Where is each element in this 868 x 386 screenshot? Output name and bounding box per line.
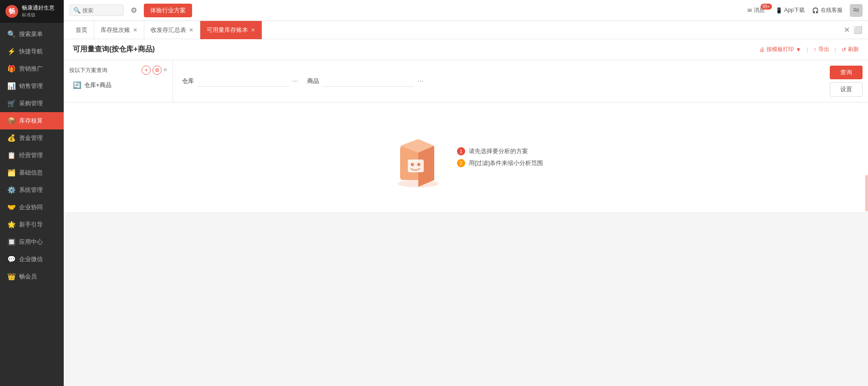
scheme-item-icon: 🔄 [73, 81, 81, 89]
tab-receipt-summary[interactable]: 收发存汇总表✕ [144, 21, 200, 39]
sidebar-item-label-app-center: 应用中心 [19, 238, 43, 246]
app-download-button[interactable]: 📱 App下载 [776, 6, 805, 14]
sidebar-item-system[interactable]: ⚙️ 系统管理 [0, 181, 64, 199]
empty-state: 1 请先选择要分析的方案 2 用[过滤]条件来缩小分析范围 [64, 103, 868, 212]
enterprise-collab-icon: 🤝 [7, 203, 15, 211]
sidebar: 畅 畅康通好生意 标准版 🔍 搜索菜单 ⚡ 快捷导航 🎁 营销推广 📊 销售管理… [0, 0, 64, 386]
message-button[interactable]: ✉ 消息 99+ [747, 6, 768, 14]
query-section: 按以下方案查询 + ⚙ « 🔄 仓库+商品 仓库 ··· [64, 60, 868, 103]
sidebar-item-label-enterprise-wechat: 企业微信 [19, 255, 43, 263]
refresh-button[interactable]: ↺ 刷新 [842, 46, 859, 53]
query-scheme-header: 按以下方案查询 + ⚙ « [69, 66, 167, 75]
basic-info-icon: 🗂️ [7, 169, 15, 177]
print-template-button[interactable]: 🖨 按模板打印 ▼ [759, 46, 801, 53]
sidebar-item-inventory[interactable]: 📦 库存核算 [0, 112, 64, 129]
message-icon: ✉ [747, 7, 752, 14]
export-icon: ↑ [814, 46, 817, 53]
sidebar-nav: 🔍 搜索菜单 ⚡ 快捷导航 🎁 营销推广 📊 销售管理 🛒 采购管理 📦 库存核… [0, 23, 64, 386]
tab-close-receipt-summary[interactable]: ✕ [189, 27, 193, 33]
collapse-icon[interactable]: « [163, 66, 167, 75]
scheme-actions: + ⚙ « [142, 66, 167, 75]
export-button[interactable]: ↑ 导出 [814, 46, 829, 53]
search-icon: 🔍 [7, 30, 15, 38]
chevron-down-icon: ▼ [796, 46, 801, 53]
add-scheme-button[interactable]: + [142, 66, 151, 75]
chang-member-icon: 👑 [7, 273, 15, 281]
search-input[interactable] [82, 7, 119, 14]
sidebar-version: 标准版 [22, 12, 55, 18]
main-area: 🔍 ⚙ 体验行业方案 ✉ 消息 99+ 📱 App下载 🎧 在线客服 Rit [64, 0, 868, 386]
sidebar-logo: 畅 [5, 5, 18, 18]
warehouse-filter-input[interactable] [198, 76, 289, 87]
page-header-actions: 🖨 按模板打印 ▼ | ↑ 导出 | ↺ 刷新 [759, 46, 859, 53]
sidebar-item-sales[interactable]: 📊 销售管理 [0, 77, 64, 95]
query-button[interactable]: 查询 [830, 66, 863, 79]
sidebar-item-finance[interactable]: 💰 资金管理 [0, 129, 64, 147]
finance-icon: 💰 [7, 134, 15, 142]
sidebar-item-basic-info[interactable]: 🗂️ 基础信息 [0, 164, 64, 181]
tab-label-home: 首页 [76, 26, 87, 34]
product-more-icon[interactable]: ··· [417, 77, 423, 85]
enterprise-wechat-icon: 💬 [7, 255, 15, 263]
refresh-icon: ↺ [842, 46, 846, 53]
sidebar-item-search[interactable]: 🔍 搜索菜单 [0, 26, 64, 43]
sidebar-item-label-enterprise-collab: 企业协同 [19, 203, 43, 211]
inventory-icon: 📦 [7, 117, 15, 125]
svg-point-6 [417, 163, 420, 166]
purchase-icon: 🛒 [7, 99, 15, 108]
app-center-icon: 🔲 [7, 238, 15, 246]
tab-close-available-ledger[interactable]: ✕ [251, 27, 255, 33]
marketing-promo-icon: 🎁 [7, 65, 15, 73]
sidebar-item-label-search: 搜索菜单 [19, 30, 43, 38]
edit-scheme-button[interactable]: ⚙ [152, 66, 162, 75]
sidebar-item-label-finance: 资金管理 [19, 134, 43, 142]
operations-icon: 📋 [7, 151, 15, 160]
query-action-buttons: 查询 设置 [824, 60, 868, 102]
sidebar-item-label-basic-info: 基础信息 [19, 169, 43, 177]
sidebar-item-label-new-guide: 新手引导 [19, 221, 43, 229]
tab-available-ledger[interactable]: 可用量库存账本✕ [200, 21, 262, 39]
query-filters: 仓库 ··· 商品 ··· [173, 60, 824, 102]
sidebar-item-chang-member[interactable]: 👑 畅会员 [0, 268, 64, 285]
sidebar-item-operations[interactable]: 📋 经营管理 [0, 147, 64, 164]
warehouse-more-icon[interactable]: ··· [292, 77, 298, 85]
sidebar-item-label-chang-member: 畅会员 [19, 273, 37, 281]
trial-industry-button[interactable]: 体验行业方案 [144, 4, 192, 17]
tab-batch-account[interactable]: 库存批次账✕ [94, 21, 144, 39]
sidebar-item-enterprise-wechat[interactable]: 💬 企业微信 [0, 251, 64, 268]
warehouse-filter-group: 仓库 ··· [182, 76, 298, 87]
close-tab-button[interactable]: ✕ [844, 26, 850, 34]
scheme-header-label: 按以下方案查询 [69, 67, 107, 74]
user-profile-button[interactable]: Rit [850, 4, 863, 17]
expand-button[interactable]: ⬜ [853, 26, 863, 34]
product-filter-input[interactable] [323, 76, 414, 87]
tab-close-batch-account[interactable]: ✕ [133, 27, 137, 33]
settings-button[interactable]: 设置 [830, 82, 863, 97]
topbar-search-box[interactable]: 🔍 [69, 5, 124, 16]
tabs-bar: 首页库存批次账✕收发存汇总表✕可用量库存账本✕ ✕ ⬜ [64, 21, 868, 39]
sidebar-item-label-operations: 经营管理 [19, 151, 43, 160]
sidebar-item-new-guide[interactable]: 🌟 新手引导 [0, 216, 64, 233]
sales-icon: 📊 [7, 82, 15, 90]
svg-point-5 [411, 163, 414, 166]
page-title: 可用量查询(按仓库+商品) [73, 45, 155, 54]
sidebar-item-purchase[interactable]: 🛒 采购管理 [0, 95, 64, 112]
sidebar-item-shortcut[interactable]: ⚡ 快捷导航 [0, 43, 64, 60]
online-service-button[interactable]: 🎧 在线客服 [812, 6, 843, 14]
online-service-label: 在线客服 [821, 6, 843, 14]
empty-step-1: 1 请先选择要分析的方案 [457, 147, 543, 155]
content-area: 可用量查询(按仓库+商品) 🖨 按模板打印 ▼ | ↑ 导出 | ↺ 刷新 [64, 39, 868, 386]
scheme-item-warehouse-product[interactable]: 🔄 仓库+商品 [69, 78, 167, 92]
sidebar-item-marketing-promo[interactable]: 🎁 营销推广 [0, 60, 64, 77]
topbar: 🔍 ⚙ 体验行业方案 ✉ 消息 99+ 📱 App下载 🎧 在线客服 Rit [64, 0, 868, 21]
sidebar-header: 畅 畅康通好生意 标准版 [0, 0, 64, 23]
sidebar-item-label-sales: 销售管理 [19, 82, 43, 90]
gear-icon[interactable]: ⚙ [127, 4, 140, 17]
product-filter-label: 商品 [307, 77, 319, 85]
tab-home[interactable]: 首页 [69, 21, 94, 39]
step-2-number: 2 [457, 159, 465, 167]
tab-label-receipt-summary: 收发存汇总表 [151, 26, 186, 34]
sidebar-item-enterprise-collab[interactable]: 🤝 企业协同 [0, 199, 64, 216]
message-badge: 99+ [761, 4, 772, 10]
sidebar-item-app-center[interactable]: 🔲 应用中心 [0, 233, 64, 251]
